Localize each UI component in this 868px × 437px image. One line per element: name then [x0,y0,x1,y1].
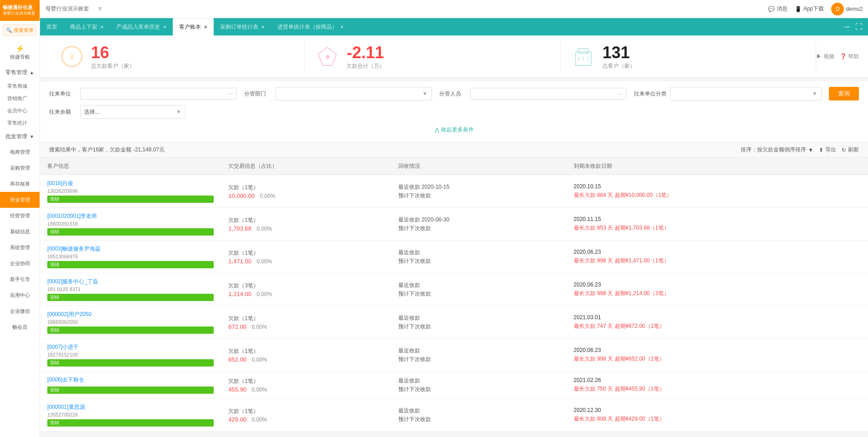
export-btn[interactable]: ⬆ 导出 [819,146,836,154]
sidebar-item-guide[interactable]: 新手引导 [0,271,40,287]
stat-debt-customers-label: 总欠款客户（家） [91,62,135,70]
logo-sub: 母婴行业演示账套 [3,10,35,16]
customer-phone-3: 181 0125 8371 [47,286,214,292]
stat-debt-total-number: -2.11 [346,43,385,62]
tab-inbound-stats-close[interactable]: ✕ [340,25,344,30]
debt-label-4: 欠款（1笔） [228,315,383,322]
tab-purchase-stats[interactable]: 采购订单统计表 ✕ [214,18,271,35]
query-button[interactable]: 查询 [829,87,859,100]
tabs-minimize-btn[interactable]: ─ [843,22,852,32]
cell-collection-5: 最近收款 预计下次收款 [391,339,567,372]
table-row: [0002]服务中心_丁磊 181 0125 8371 现销 欠款（3笔） 1,… [40,273,868,306]
tab-purchase-stats-close[interactable]: ✕ [261,25,265,30]
overdue-info-5: 最长欠款 998 天 超期¥652.00（1笔） [574,355,861,363]
sidebar-item-purchase[interactable]: 采购管理 [0,160,40,176]
customer-name-link-2[interactable]: [0003]畅捷服务尹海蕊 [47,245,214,253]
sidebar-item-quicknav[interactable]: ⚡ 快捷导航 [0,40,40,65]
next-collection-2: 预计下次收款 [398,257,559,265]
sidebar-item-retail-mall[interactable]: 零售商城 [0,80,40,92]
table-row: [000002]用户2050 18665062050 现销 欠款（1笔） 672… [40,306,868,339]
filter-dept-select[interactable]: ▼ [275,87,432,100]
cell-collection-4: 最近收款 预计下次收款 [391,306,567,339]
sidebar-item-retail-stats[interactable]: 零售统计 [0,117,40,129]
sidebar-item-vip[interactable]: 畅会员 [0,319,40,335]
overdue-link-5[interactable]: 超期¥652.00（1笔） [615,356,665,362]
customer-name-link-0[interactable]: [0016]吕俊 [47,180,214,187]
tab-inbound-history[interactable]: 产成品入库单历史 ✕ [110,18,173,35]
filter-partner-input[interactable]: ··· [80,88,237,100]
debt-ratio-3: 0.00% [256,291,272,297]
app-download-btn[interactable]: 📱 App下载 [795,5,824,13]
vip-label: 畅会员 [12,324,27,331]
sidebar-item-collab[interactable]: 企业协同 [0,256,40,271]
filter-person-input[interactable]: ··· [470,88,627,100]
debt-ratio-4: 0.00% [251,324,267,330]
tab-inbound-history-close[interactable]: ✕ [163,25,166,30]
sidebar-item-basic[interactable]: 基础信息 [0,224,40,240]
stat-debt-total-values: -2.11 欠款合计（万） [346,43,385,70]
sidebar-item-member[interactable]: 会员中心 [0,105,40,117]
due-date-2: 2020.06.23 [574,249,861,255]
filter-category-select[interactable]: ▼ [670,87,822,100]
sidebar-item-finance[interactable]: 资金管理 [0,192,40,208]
basic-label: 基础信息 [10,228,30,235]
overdue-link-2[interactable]: 超期¥1,471.00（1笔） [615,257,669,264]
overdue-link-7[interactable]: 超期¥429.00（1笔） [615,416,665,422]
tab-home[interactable]: 首页 [40,18,64,35]
cell-due-6: 2021.02.26 最长欠款 750 天 超期¥455.90（1笔） [567,372,868,399]
tab-inbound-stats[interactable]: 进货单统计表（按商品） ✕ [271,18,350,35]
tabs-actions: ─ ⛶ [843,22,868,32]
tab-product-shelf-close[interactable]: ✕ [100,25,104,30]
customer-name-link-1[interactable]: [0001020001]李老师 [47,212,214,220]
sidebar-item-retail[interactable]: 零售管理 ▲ [0,65,40,80]
sidebar-item-marketing[interactable]: 营销推广 [0,92,40,105]
tab-customer-account[interactable]: 客户账本 ✕ [173,18,214,35]
cell-customer-6: [0006]去下粮仓 现销 [40,372,221,399]
tabs-maximize-btn[interactable]: ⛶ [853,22,864,32]
sidebar-item-ecommerce[interactable]: 电商管理 [0,144,40,160]
overdue-link-0[interactable]: 超期¥10,000.00（1笔） [615,192,672,198]
marketing-label: 营销推广 [7,95,27,102]
cell-debt-7: 欠款（1笔） 429.00 0.00% [221,399,391,432]
overdue-link-6[interactable]: 超期¥455.90（1笔） [615,386,665,392]
sidebar-item-business[interactable]: 经营管理 [0,208,40,224]
message-icon: 💬 [768,6,775,12]
message-btn[interactable]: 💬 消息 [768,5,788,13]
customer-name-link-3[interactable]: [0002]服务中心_丁磊 [47,278,214,286]
topbar-left: 母婴行业演示账套 ▼ [45,5,104,13]
data-table: 客户信息 欠交易信息（占比） 回收情况 到期未收款日期 [0016]吕俊 130… [40,158,868,432]
tab-product-shelf[interactable]: 商品上下架 ✕ [64,18,110,35]
help-btn[interactable]: ❓ 帮助 [840,53,859,60]
tab-inbound-history-label: 产成品入库单历史 [116,23,160,31]
sidebar-item-wechat[interactable]: 企业微信 [0,303,40,319]
filter-collapse-btn[interactable]: ⋀ 收起更多条件 [49,123,859,136]
customer-name-link-4[interactable]: [000002]用户2050 [47,311,214,318]
col-due-date: 到期未收款日期 [567,158,868,175]
sidebar-item-wholesale[interactable]: 批发管理 ▼ [0,129,40,144]
sidebar-item-system[interactable]: 系统管理 [0,240,40,256]
sidebar-item-search[interactable]: 🔍 搜索菜单 [0,21,40,40]
page-content: ¥ 16 总欠款客户（家） ◆ -2.11 欠款合计（ [40,35,868,437]
customer-phone-2: 18513066976 [47,254,214,259]
tab-customer-account-close[interactable]: ✕ [204,25,207,30]
refresh-btn[interactable]: ↻ 刷新 [842,146,859,154]
customer-name-link-5[interactable]: [0007]小进干 [47,343,214,351]
filter-balance-select[interactable]: 选择... ▼ [80,105,186,119]
table-row: [0001020001]李老师 18600391516 现销 欠款（1笔） 1,… [40,208,868,241]
view-video-btn[interactable]: ▶ 视频 [816,53,834,60]
customer-name-link-7[interactable]: [000001]黄思源 [47,403,214,411]
sort-control[interactable]: 排序：按欠款金额倒序排序 ▼ [741,146,813,154]
due-date-3: 2020.06.23 [574,281,861,288]
sidebar-item-inventory[interactable]: 库存核算 [0,176,40,192]
quicknav-icon: ⚡ [15,44,25,53]
search-menu-btn[interactable]: 🔍 搜索菜单 [3,25,37,36]
overdue-link-1[interactable]: 超期¥1,703.68（1笔） [615,225,669,231]
customer-name-link-6[interactable]: [0006]去下粮仓 [47,376,214,384]
user-menu[interactable]: D demo2 [831,3,863,15]
overdue-link-3[interactable]: 超期¥1,214.00（3笔） [615,290,669,296]
stat-debt-total-label: 欠款合计（万） [346,62,385,70]
debt-amount-6: 455.90 [228,386,246,393]
sidebar-item-apps[interactable]: 应用中心 [0,287,40,303]
data-table-wrap: 客户信息 欠交易信息（占比） 回收情况 到期未收款日期 [0016]吕俊 130… [40,158,868,432]
overdue-link-4[interactable]: 超期¥672.00（1笔） [615,323,665,329]
